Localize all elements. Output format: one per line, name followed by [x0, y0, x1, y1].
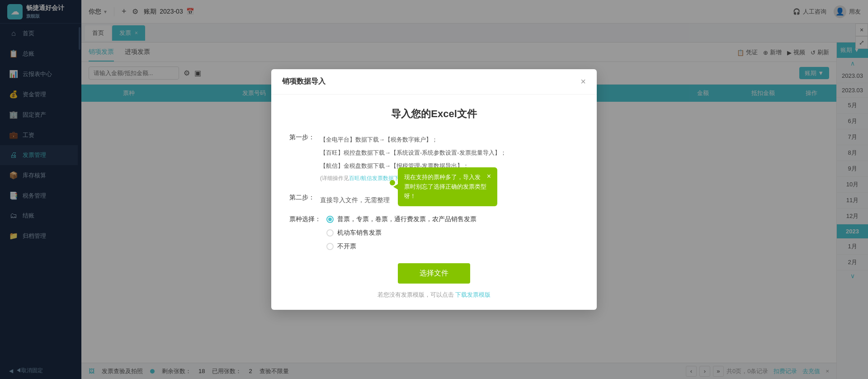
modal-title: 销项数据导入	[282, 77, 326, 86]
tooltip-popup: × 现在支持的票种多了，导入发票时别忘了选择正确的发票类型呀！	[398, 167, 497, 206]
select-file-btn[interactable]: 选择文件	[398, 263, 470, 284]
ticket-inline: 票种选择： 普票，专票，卷票，通行费发票，农产品销售发票 机动车销售发票	[289, 215, 579, 251]
ticket-label: 票种选择：	[289, 215, 321, 223]
step2-content: 直接导入文件，无需整理	[320, 194, 390, 206]
ticket-select-block: 票种选择： 普票，专票，卷票，通行费发票，农产品销售发票 机动车销售发票	[289, 215, 579, 251]
step1-line2: 【百旺】税控盘数据下载→【系统设置-系统参数设置-发票批量导入】；	[320, 147, 506, 160]
radio-vehicle-circle	[326, 229, 334, 237]
modal-header: 销项数据导入 ×	[271, 69, 597, 95]
step2-label: 第二步：	[289, 194, 315, 202]
radio-normal-label: 普票，专票，卷票，通行费发票，农产品销售发票	[337, 215, 476, 223]
radio-normal-circle	[326, 216, 334, 223]
tooltip-dot	[390, 180, 395, 185]
modal-main-title: 导入您的Excel文件	[289, 107, 579, 121]
modal-overlay[interactable]: 销项数据导入 × 导入您的Excel文件 第一步： 【全电平台】数据下载→【税务…	[0, 0, 868, 379]
radio-vehicle-label: 机动车销售发票	[337, 229, 382, 237]
tooltip-text: 现在支持的票种多了，导入发票时别忘了选择正确的发票类型呀！	[404, 174, 486, 199]
radio-no-ticket-label: 不开票	[337, 242, 356, 251]
radio-normal[interactable]: 普票，专票，卷票，通行费发票，农产品销售发票	[326, 215, 476, 223]
radio-group: 普票，专票，卷票，通行费发票，农产品销售发票 机动车销售发票 不开票	[326, 215, 476, 251]
radio-no-ticket-circle	[326, 243, 334, 250]
modal-close-btn[interactable]: ×	[580, 76, 586, 87]
step1-label: 第一步：	[289, 133, 315, 142]
select-file-area: 选择文件	[289, 263, 579, 284]
radio-no-ticket[interactable]: 不开票	[326, 242, 476, 251]
tooltip-close-btn[interactable]: ×	[487, 173, 491, 180]
radio-vehicle[interactable]: 机动车销售发票	[326, 229, 476, 237]
modal-footer-note: 若您没有发票模版，可以点击 下载发票模版	[289, 291, 579, 299]
download-template-link[interactable]: 下载发票模版	[455, 291, 491, 298]
step1-line1: 【全电平台】数据下载→【税务数字账户】；	[320, 133, 506, 147]
